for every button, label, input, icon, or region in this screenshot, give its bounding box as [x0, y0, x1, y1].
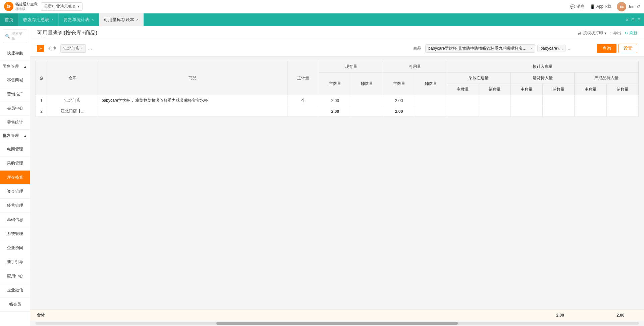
sidebar-item-ecommerce-mgmt[interactable]: 电商管理	[0, 142, 30, 156]
th-stock-aux: 辅数量	[351, 73, 383, 95]
cell-stock-aux-1	[351, 95, 383, 106]
footer-label: 合计	[37, 312, 77, 318]
export-icon: ↑	[610, 31, 612, 36]
cell-unit-1: 个	[287, 95, 319, 106]
sidebar-item-quick-nav[interactable]: 快捷导航	[0, 46, 30, 60]
tab-receive-summary[interactable]: 收发存汇总表 ×	[18, 13, 59, 26]
filter-expand-btn[interactable]: »	[37, 45, 44, 52]
export-btn[interactable]: ↑ 导出	[610, 30, 621, 36]
sidebar-item-system-mgmt[interactable]: 系统管理	[0, 227, 30, 241]
refresh-label: 刷新	[629, 30, 637, 36]
sidebar-item-operations-mgmt[interactable]: 经营管理	[0, 199, 30, 213]
cell-inc-main-1	[511, 95, 543, 106]
tab-receive-summary-label: 收发存汇总表	[23, 17, 49, 23]
sidebar-item-marketing[interactable]: 营销推广	[0, 87, 30, 101]
sidebar-item-enterprise-coop-label: 企业协同	[7, 245, 23, 250]
tab-available-inventory-close[interactable]: ×	[136, 17, 139, 22]
table-footer: 合计 2.00 2.00	[30, 309, 644, 321]
sidebar-item-marketing-label: 营销推广	[7, 92, 23, 96]
th-purchase-transit-main: 主数量	[447, 84, 479, 95]
message-btn[interactable]: 💬 消息	[570, 4, 585, 9]
sidebar-item-quick-nav-label: 快捷导航	[7, 51, 23, 55]
cell-inc-aux-2	[543, 106, 575, 117]
app-download-btn[interactable]: 📱 App下载	[590, 4, 611, 9]
industry-selector[interactable]: 母婴行业演示账套 ▾	[41, 2, 83, 11]
sidebar-item-retail-mgmt[interactable]: 零售管理 ▲	[0, 60, 30, 73]
product-tag-1-remove[interactable]: ×	[530, 46, 532, 50]
tab-order-stats-close[interactable]: ×	[92, 17, 94, 22]
sidebar-item-member-center-label: 会员中心	[7, 106, 23, 110]
sidebar-item-new-guide[interactable]: 新手引导	[0, 255, 30, 269]
top-bar: 好 畅捷通好生意 标准版 母婴行业演示账套 ▾ 💬 消息 📱 App下载 Ea	[0, 0, 644, 13]
page-title: 可用量查询(按仓库+商品)	[37, 30, 97, 37]
sidebar-item-basic-info-label: 基础信息	[7, 217, 23, 222]
product-tag-1-text: babycare学饮杯 儿童防摔防撞吸管杯重力球吸嘴杯宝宝水杯	[428, 46, 529, 51]
cell-index-2: 2	[36, 106, 47, 117]
tab-minimize-btn[interactable]: ⊟	[631, 17, 635, 22]
avatar-image: Ea	[617, 2, 626, 11]
print-btn[interactable]: 🖨 按模板打印 ▾	[578, 30, 606, 36]
horizontal-scrollbar[interactable]	[36, 322, 639, 325]
sidebar-item-basic-info[interactable]: 基础信息	[0, 213, 30, 227]
cell-available-main-2: 2.00	[383, 106, 415, 117]
table-row: 1 江北门店 babycare学饮杯 儿童防摔防撞吸管杯重力球吸嘴杯宝宝水杯 个…	[36, 95, 639, 106]
th-group-purchase-transit: 采购在途量	[447, 73, 511, 84]
industry-label: 母婴行业演示账套	[44, 4, 76, 9]
warehouse-tag: 江北门店 ×	[60, 44, 86, 53]
sidebar-item-enterprise-wechat[interactable]: 企业微信	[0, 283, 30, 297]
query-btn[interactable]: 查询	[597, 44, 616, 53]
cell-stock-aux-2	[351, 106, 383, 117]
page-header: 可用量查询(按仓库+商品) 🖨 按模板打印 ▾ ↑ 导出 ↻ 刷新	[30, 26, 644, 40]
tab-home[interactable]: 首页	[0, 13, 18, 26]
filter-bar: » 仓库 江北门店 × ... 商品 babycare学饮杯 儿童防摔防撞吸管杯…	[30, 40, 644, 57]
sidebar-item-finance-mgmt[interactable]: 资金管理	[0, 185, 30, 199]
sidebar-item-purchase-mgmt[interactable]: 采购管理	[0, 156, 30, 171]
th-production-aux: 辅数量	[606, 84, 638, 95]
top-bar-right: 💬 消息 📱 App下载 Ea demo2	[570, 2, 640, 11]
warehouse-tag-remove[interactable]: ×	[81, 46, 83, 50]
sidebar-item-new-guide-label: 新手引导	[7, 260, 23, 264]
tab-close-all-btn[interactable]: ×	[626, 17, 629, 23]
content-area: 可用量查询(按仓库+商品) 🖨 按模板打印 ▾ ↑ 导出 ↻ 刷新 »	[30, 26, 644, 326]
tab-order-stats[interactable]: 要货单统计表 ×	[59, 13, 99, 26]
sidebar-item-retail-stats[interactable]: 零售统计	[0, 115, 30, 130]
sidebar-item-wholesale-mgmt[interactable]: 批发管理 ▲	[0, 130, 30, 142]
sidebar-item-enterprise-coop[interactable]: 企业协同	[0, 241, 30, 255]
cell-inc-aux-1	[543, 95, 575, 106]
tab-home-label: 首页	[5, 17, 13, 23]
top-bar-left: 好 畅捷通好生意 标准版 母婴行业演示账套 ▾	[4, 2, 83, 11]
cell-available-main-1: 2.00	[383, 95, 415, 106]
tab-maximize-btn[interactable]: ⊞	[637, 17, 641, 22]
tab-available-inventory[interactable]: 可用量库存账本 ×	[99, 13, 144, 26]
sidebar-search-box[interactable]: 🔍 搜索菜单	[3, 30, 27, 43]
data-table: ⚙ 仓库 商品 主计量 现存量 可用量 预计入库量 主数量 辅数量 主数量 辅数…	[36, 61, 639, 117]
settings-icon[interactable]: ⚙	[39, 76, 44, 81]
filter-more-warehouse[interactable]: ...	[88, 46, 92, 51]
sidebar-item-member-center[interactable]: 会员中心	[0, 101, 30, 115]
filter-more-product[interactable]: ...	[568, 46, 572, 51]
tab-receive-summary-close[interactable]: ×	[51, 17, 54, 22]
page-actions: 🖨 按模板打印 ▾ ↑ 导出 ↻ 刷新	[578, 30, 637, 36]
sidebar-item-retail-stats-label: 零售统计	[7, 120, 23, 125]
cell-warehouse-2: 江北门店【...	[47, 106, 98, 117]
cell-available-aux-1	[415, 95, 447, 106]
cell-available-aux-2	[415, 106, 447, 117]
setting-btn[interactable]: 设置	[619, 44, 637, 53]
sidebar: 🔍 搜索菜单 快捷导航 零售管理 ▲ 零售商城 营销推广 会员中心 零售统计 批…	[0, 26, 30, 326]
scroll-thumb[interactable]	[216, 322, 458, 325]
sidebar-item-app-center[interactable]: 应用中心	[0, 269, 30, 283]
sidebar-item-vip-member[interactable]: 畅会员	[0, 297, 30, 312]
print-label: 按模板打印	[583, 30, 603, 36]
sidebar-item-inventory-check[interactable]: 库存核算	[0, 171, 30, 185]
user-name: demo2	[628, 4, 640, 9]
logo-icon: 好	[4, 2, 13, 11]
sidebar-item-app-center-label: 应用中心	[7, 274, 23, 278]
logo-text-block: 畅捷通好生意 标准版	[15, 2, 38, 11]
logo-text: 畅捷通好生意	[15, 2, 38, 6]
search-icon: 🔍	[5, 34, 10, 39]
sidebar-item-retail-mall[interactable]: 零售商城	[0, 73, 30, 87]
user-menu[interactable]: Ea demo2	[617, 2, 640, 11]
cell-product-1: babycare学饮杯 儿童防摔防撞吸管杯重力球吸嘴杯宝宝水杯	[98, 95, 287, 106]
tab-available-inventory-label: 可用量库存账本	[104, 17, 134, 23]
refresh-btn[interactable]: ↻ 刷新	[625, 30, 637, 36]
